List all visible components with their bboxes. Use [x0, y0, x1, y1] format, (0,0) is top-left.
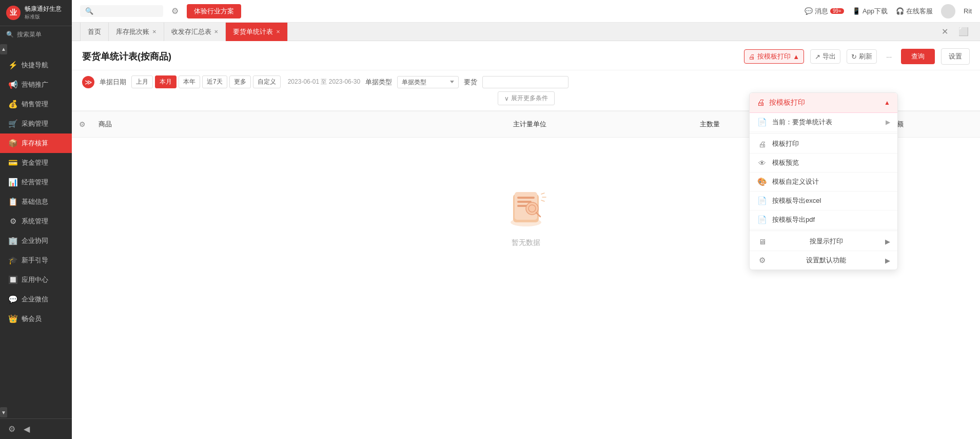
sidebar-item-label: 销售管理: [22, 100, 48, 109]
dropdown-divider-1: [750, 133, 897, 133]
tab-inventory-batch-close[interactable]: ×: [152, 28, 156, 35]
table-settings-icon[interactable]: ⚙: [79, 120, 86, 128]
enterprise-wechat-icon: 💬: [8, 295, 17, 304]
sidebar-item-guide[interactable]: 🎓 新手引导: [0, 251, 72, 270]
date-btn-last7days[interactable]: 近7天: [202, 75, 227, 88]
date-btn-prev-month[interactable]: 上月: [131, 75, 153, 88]
topbar-search-box[interactable]: 🔍: [80, 5, 163, 17]
sidebar-item-label: 新手引导: [22, 256, 48, 265]
query-button[interactable]: 查询: [901, 49, 935, 64]
dropdown-item-export-pdf[interactable]: 📄 按模板导出pdf: [750, 211, 897, 230]
tab-receivables-close[interactable]: ×: [214, 28, 219, 35]
topbar-online-service[interactable]: 🎧 在线客服: [896, 7, 933, 16]
sidebar-item-operation[interactable]: 📊 经营管理: [0, 173, 72, 192]
order-type-select[interactable]: 单据类型: [397, 76, 459, 88]
template-print-icon: 🖨: [757, 140, 767, 148]
empty-illustration: [500, 179, 552, 230]
sidebar-item-enterprise-wechat[interactable]: 💬 企业微信: [0, 290, 72, 309]
quick-nav-icon: ⚡: [8, 61, 17, 70]
export-button[interactable]: ↗ 导出: [810, 49, 840, 64]
tab-inventory-batch[interactable]: 库存批次账 ×: [109, 23, 164, 41]
refresh-button[interactable]: ↻ 刷新: [847, 49, 877, 64]
topbar-search-input[interactable]: [96, 8, 158, 15]
date-btn-current-month[interactable]: 本月: [155, 75, 177, 88]
filter-expand-icon[interactable]: ≫: [82, 76, 94, 88]
settings-button[interactable]: 设置: [941, 48, 970, 65]
tab-order-stats-label: 要货单统计表: [233, 27, 273, 36]
search-icon: 🔍: [6, 31, 14, 38]
sidebar-item-purchase[interactable]: 🛒 采购管理: [0, 114, 72, 133]
dropdown-item-template-preview[interactable]: 👁 模板预览: [750, 154, 897, 173]
sidebar-item-members[interactable]: 👑 畅会员: [0, 309, 72, 329]
print-dropdown-menu: 🖨 按模板打印 ▲ 📄 当前：要货单统计表 ▶ 🖨 模板打印 👁 模板预览 🎨 …: [749, 92, 898, 270]
sidebar-item-inventory[interactable]: 📦 库存核算: [0, 133, 72, 153]
dropdown-item-set-default[interactable]: ⚙ 设置默认功能 ▶: [750, 251, 897, 270]
sidebar-scroll-up[interactable]: ▲: [0, 44, 7, 54]
sidebar-item-finance[interactable]: 💳 资金管理: [0, 153, 72, 173]
collapse-icon[interactable]: ◀: [24, 424, 30, 434]
service-icon: 🎧: [896, 7, 904, 15]
sidebar-scroll-down[interactable]: ▼: [0, 407, 7, 417]
topbar-avatar[interactable]: [941, 4, 955, 18]
dropdown-item-display-print[interactable]: 🖥 按显示打印 ▶: [750, 232, 897, 251]
app-download-label: App下载: [863, 7, 888, 16]
message-badge: 99+: [830, 8, 844, 14]
date-btn-custom[interactable]: 自定义: [253, 75, 281, 88]
export-label: 导出: [822, 52, 836, 61]
svg-line-11: [541, 200, 544, 201]
topbar: 🔍 ⚙ 体验行业方案 💬 消息 99+ 📱 App下载 🎧 在线客服 Rit: [72, 0, 980, 23]
sidebar-item-label: 快捷导航: [22, 61, 48, 70]
dropdown-header[interactable]: 🖨 按模板打印 ▲: [750, 93, 897, 113]
topbar-messages[interactable]: 💬 消息 99+: [805, 7, 844, 16]
dropdown-current-template[interactable]: 📄 当前：要货单统计表 ▶: [750, 113, 897, 132]
topbar-gear-icon[interactable]: ⚙: [169, 4, 181, 18]
tab-order-stats[interactable]: 要货单统计表 ×: [226, 23, 288, 41]
table-col-unit: 主计量单位: [440, 116, 620, 133]
empty-text: 暂无数据: [512, 238, 540, 247]
tab-home[interactable]: 首页: [80, 23, 109, 41]
sidebar: 业 畅康通好生意 标准版 🔍 搜索菜单 ▲ ⚡ 快捷导航 📢 营销推广 💰 销售…: [0, 0, 72, 439]
sidebar-item-system[interactable]: ⚙ 系统管理: [0, 212, 72, 231]
sidebar-item-sales[interactable]: 💰 销售管理: [0, 94, 72, 114]
dropdown-item-template-print[interactable]: 🖨 模板打印: [750, 135, 897, 154]
sidebar-search[interactable]: 🔍 搜索菜单: [0, 26, 72, 43]
sidebar-item-label: 基础信息: [22, 197, 48, 206]
goods-filter-input[interactable]: [482, 76, 569, 88]
date-filter-label: 单据日期: [100, 78, 126, 87]
more-options-button[interactable]: ···: [883, 51, 895, 63]
main-area: 🔍 ⚙ 体验行业方案 💬 消息 99+ 📱 App下载 🎧 在线客服 Rit: [72, 0, 980, 439]
sidebar-item-label: 应用中心: [22, 275, 48, 284]
date-btn-more[interactable]: 更多: [229, 75, 251, 88]
sidebar-item-label: 营销推广: [22, 80, 48, 89]
topbar-app-download[interactable]: 📱 App下载: [852, 7, 888, 16]
tab-receivables[interactable]: 收发存汇总表 ×: [164, 23, 226, 41]
tab-order-stats-close[interactable]: ×: [276, 28, 280, 35]
settings-icon[interactable]: ⚙: [8, 424, 15, 434]
system-icon: ⚙: [8, 217, 17, 226]
current-template-arrow: ▶: [886, 119, 890, 126]
dropdown-item-export-excel[interactable]: 📄 按模板导出excel: [750, 192, 897, 211]
sidebar-item-marketing[interactable]: 📢 营销推广: [0, 75, 72, 94]
basic-icon: 📋: [8, 197, 17, 206]
tab-maximize-btn[interactable]: ⬜: [955, 26, 972, 37]
tab-receivables-label: 收发存汇总表: [171, 27, 211, 36]
expand-conditions-button[interactable]: ∨ 展开更多条件: [498, 91, 555, 105]
tab-close-window-btn[interactable]: ✕: [938, 26, 951, 37]
order-type-filter-label: 单据类型: [365, 78, 392, 87]
tab-inventory-batch-label: 库存批次账: [116, 27, 149, 36]
set-default-label: 设置默认功能: [806, 256, 846, 265]
display-print-label: 按显示打印: [810, 237, 843, 246]
date-btn-current-year[interactable]: 本年: [179, 75, 200, 88]
sidebar-item-enterprise[interactable]: 🏢 企业协同: [0, 231, 72, 251]
sidebar-item-app-center[interactable]: 🔲 应用中心: [0, 270, 72, 290]
purchase-icon: 🛒: [8, 119, 17, 128]
sidebar-item-quick-nav[interactable]: ⚡ 快捷导航: [0, 55, 72, 75]
sidebar-item-label: 企业协同: [22, 236, 48, 245]
topbar-actions: 💬 消息 99+ 📱 App下载 🎧 在线客服 Rit: [805, 4, 972, 18]
dropdown-item-template-custom[interactable]: 🎨 模板自定义设计: [750, 173, 897, 192]
sidebar-item-basic[interactable]: 📋 基础信息: [0, 192, 72, 212]
expand-conditions-label: 展开更多条件: [511, 94, 548, 103]
trial-button[interactable]: 体验行业方案: [187, 4, 241, 18]
dropdown-print-icon: 🖨: [757, 98, 765, 107]
print-template-button[interactable]: 🖨 按模板打印 ▲: [744, 49, 804, 64]
